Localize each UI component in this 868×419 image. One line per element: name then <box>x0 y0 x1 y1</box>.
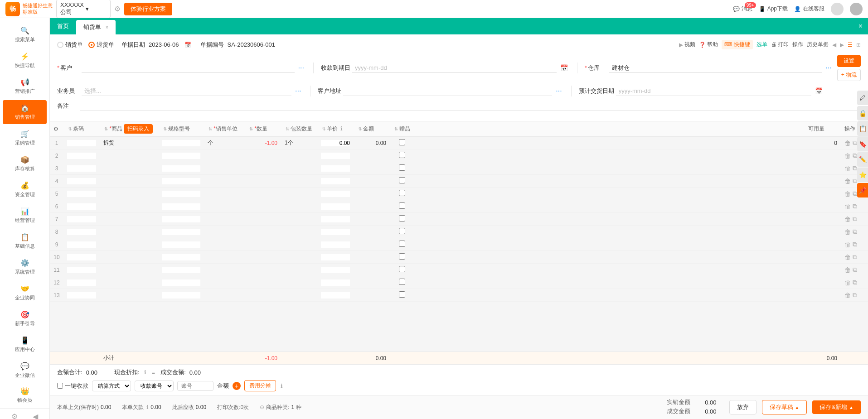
sidebar-item-system[interactable]: ⚙️ 系统管理 <box>3 255 47 279</box>
row-quantity[interactable] <box>245 276 281 289</box>
row-unit-price[interactable] <box>317 251 354 264</box>
row-spec[interactable] <box>159 175 204 188</box>
row-pack-qty[interactable]: 1个 <box>281 137 317 149</box>
row-amount[interactable] <box>354 162 390 175</box>
close-tab-button[interactable]: × <box>853 22 868 30</box>
delete-row-icon[interactable]: 🗑 <box>844 152 851 159</box>
nav-prev-icon[interactable]: ◀ <box>832 42 836 48</box>
row-amount[interactable] <box>354 213 390 226</box>
customer-address-dots-icon[interactable]: ··· <box>554 87 563 95</box>
sidebar-item-finance[interactable]: 💰 资金管理 <box>3 178 47 202</box>
row-pack-qty[interactable] <box>281 289 317 302</box>
expense-help-icon[interactable]: ℹ <box>281 383 283 389</box>
select-btn[interactable]: 选单 <box>756 41 767 48</box>
copy-row-icon[interactable]: ⧉ <box>853 177 857 185</box>
delete-row-icon[interactable]: 🗑 <box>844 292 851 299</box>
row-spec[interactable] <box>159 162 204 175</box>
row-quantity[interactable] <box>245 213 281 226</box>
row-product[interactable] <box>100 200 159 213</box>
row-unit-price[interactable] <box>317 276 354 289</box>
row-unit-price[interactable] <box>317 137 354 149</box>
delete-row-icon[interactable]: 🗑 <box>844 279 851 286</box>
shortcut-btn[interactable]: ⌨ 快捷键 <box>722 40 752 49</box>
row-gift[interactable] <box>390 213 414 226</box>
account-input[interactable] <box>177 381 213 391</box>
float-pencil-icon[interactable]: ✏️ <box>857 152 868 167</box>
row-product[interactable] <box>100 162 159 175</box>
row-spec[interactable] <box>159 226 204 238</box>
row-barcode[interactable] <box>63 264 100 276</box>
float-edit-icon[interactable]: 🖊 <box>857 91 868 105</box>
row-amount[interactable] <box>354 289 390 302</box>
row-sales-unit[interactable] <box>204 264 245 276</box>
grid-view-icon[interactable]: ⊞ <box>856 42 861 48</box>
float-pin-icon[interactable]: 📌 <box>857 183 868 197</box>
sidebar-item-guide[interactable]: 🎯 新手引导 <box>3 307 47 331</box>
delete-row-icon[interactable]: 🗑 <box>844 165 851 172</box>
draft-button[interactable]: 保存草稿 ▲ <box>762 400 807 414</box>
discount-info-icon[interactable]: ℹ <box>144 369 146 376</box>
row-barcode[interactable] <box>63 175 100 188</box>
sidebar-item-quick-nav[interactable]: ⚡ 快捷导航 <box>3 48 47 72</box>
row-product[interactable] <box>100 213 159 226</box>
sidebar-item-enterprise[interactable]: 🤝 企业协同 <box>3 281 47 305</box>
sidebar-item-basic-info[interactable]: 📋 基础信息 <box>3 229 47 253</box>
tab-close-icon[interactable]: × <box>106 25 108 30</box>
row-product[interactable]: 拆货 <box>100 137 159 149</box>
sidebar-item-search[interactable]: 🔍 搜索菜单 <box>3 23 47 47</box>
row-sales-unit[interactable] <box>204 149 245 162</box>
row-gift[interactable] <box>390 251 414 264</box>
salesperson-dots-icon[interactable]: ··· <box>293 87 303 95</box>
tab-home[interactable]: 首页 <box>50 18 76 34</box>
copy-row-icon[interactable]: ⧉ <box>853 215 857 223</box>
row-sales-unit[interactable] <box>204 162 245 175</box>
avatar-2[interactable] <box>850 3 863 15</box>
delete-row-icon[interactable]: 🗑 <box>844 266 851 274</box>
row-sales-unit[interactable] <box>204 188 245 200</box>
row-product[interactable] <box>100 149 159 162</box>
help-btn[interactable]: ❓帮助 <box>699 41 718 48</box>
row-quantity[interactable] <box>245 289 281 302</box>
copy-row-icon[interactable]: ⧉ <box>853 228 857 236</box>
row-amount[interactable] <box>354 188 390 200</box>
payment-due-calendar-icon[interactable]: 📅 <box>558 64 570 72</box>
row-spec[interactable] <box>159 213 204 226</box>
row-product[interactable] <box>100 251 159 264</box>
row-quantity[interactable] <box>245 149 281 162</box>
row-pack-qty[interactable] <box>281 251 317 264</box>
payment-method-select[interactable]: 结算方式 <box>92 380 131 391</box>
row-quantity[interactable] <box>245 238 281 251</box>
row-spec[interactable] <box>159 276 204 289</box>
delivery-date-calendar-icon[interactable]: 📅 <box>813 87 824 95</box>
row-gift[interactable] <box>390 238 414 251</box>
row-quantity[interactable]: -1.00 <box>245 137 281 149</box>
row-gift[interactable] <box>390 289 414 302</box>
warehouse-dots-icon[interactable]: ··· <box>824 64 833 72</box>
scan-button[interactable]: 扫码录入 <box>124 124 153 134</box>
row-spec[interactable] <box>159 264 204 276</box>
row-quantity[interactable] <box>245 226 281 238</box>
row-sales-unit[interactable] <box>204 251 245 264</box>
delete-row-icon[interactable]: 🗑 <box>844 203 851 210</box>
sidebar-collapse-icon[interactable]: ◀ <box>33 412 38 419</box>
row-unit-price[interactable] <box>317 200 354 213</box>
sidebar-item-operations[interactable]: 📊 经营管理 <box>3 203 47 227</box>
row-product[interactable] <box>100 276 159 289</box>
copy-row-icon[interactable]: ⧉ <box>853 266 857 274</box>
row-unit-price[interactable] <box>317 213 354 226</box>
row-amount[interactable] <box>354 251 390 264</box>
copy-row-icon[interactable]: ⧉ <box>853 279 857 286</box>
delete-row-icon[interactable]: 🗑 <box>844 190 851 197</box>
delete-row-icon[interactable]: 🗑 <box>844 228 851 236</box>
radio-return-order[interactable]: 退货单 <box>88 41 114 49</box>
row-pack-qty[interactable] <box>281 149 317 162</box>
row-pack-qty[interactable] <box>281 226 317 238</box>
float-star-icon[interactable]: ⭐ <box>857 168 868 182</box>
radio-sales-order[interactable]: 销货单 <box>57 41 83 49</box>
row-gift[interactable] <box>390 188 414 200</box>
row-unit-price[interactable] <box>317 162 354 175</box>
row-spec[interactable] <box>159 289 204 302</box>
sidebar-item-sales[interactable]: 🏠 销售管理 <box>3 100 47 124</box>
row-spec[interactable] <box>159 200 204 213</box>
row-gift[interactable] <box>390 276 414 289</box>
